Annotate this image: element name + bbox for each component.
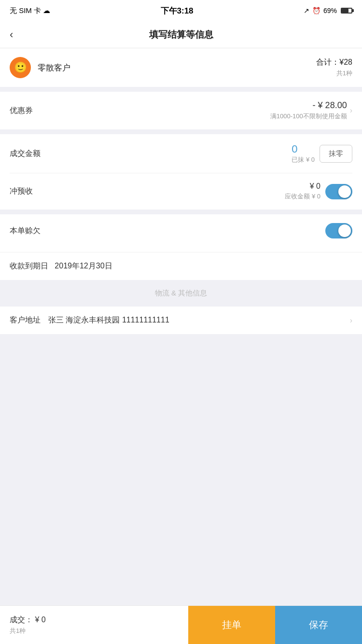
coupon-label: 优惠券 — [10, 106, 33, 116]
alarm-icon: ⏰ — [312, 7, 320, 14]
address-label: 客户地址 — [10, 315, 41, 325]
save-button[interactable]: 保存 — [275, 606, 362, 644]
coupon-desc: 满1000-100不限制使用金额 — [270, 112, 347, 121]
back-button[interactable]: ‹ — [10, 28, 13, 41]
address-value: 张三 海淀永丰科技园 11111111111 — [48, 315, 347, 325]
debt-toggle[interactable] — [325, 223, 352, 238]
due-date-row: 收款到期日 2019年12月30日 — [0, 252, 362, 280]
bottom-summary: 成交： ¥ 0 共1种 — [0, 615, 188, 635]
prepay-row: 冲预收 ¥ 0 应收金额 ¥ 0 — [10, 173, 352, 210]
location-icon: ↗ — [304, 7, 309, 14]
due-date-value: 2019年12月30日 — [55, 262, 112, 270]
transaction-section: 成交金额 0 已抹 ¥ 0 抹零 冲预收 ¥ 0 应收金额 ¥ 0 — [0, 134, 362, 210]
battery-icon — [341, 8, 352, 14]
prepay-toggle[interactable] — [325, 184, 352, 199]
main-content: 🙂 零散客户 合计：¥28 共1种 优惠券 - ¥ 28.00 满1000-10… — [0, 48, 362, 406]
divider-section: 物流 & 其他信息 — [0, 280, 362, 307]
debt-label: 本单赊欠 — [10, 226, 41, 236]
coupon-right: - ¥ 28.00 满1000-100不限制使用金额 — [270, 100, 347, 121]
coupon-amount: - ¥ 28.00 — [270, 100, 347, 111]
bottom-bar: 成交： ¥ 0 共1种 挂单 保存 — [0, 605, 362, 644]
status-bar: 无 SIM 卡 ☁ 下午3:18 ↗ ⏰ 69% — [0, 0, 362, 21]
battery-percent: 69% — [323, 7, 337, 14]
total-amount: 合计：¥28 — [316, 57, 352, 68]
deal-row: 成交金额 0 已抹 ¥ 0 抹零 — [10, 134, 352, 173]
nav-bar: ‹ 填写结算等信息 — [0, 21, 362, 48]
prepay-right: ¥ 0 应收金额 ¥ 0 — [285, 182, 352, 201]
page-title: 填写结算等信息 — [149, 28, 213, 41]
status-time: 下午3:18 — [161, 5, 194, 16]
prepay-amount-block: ¥ 0 应收金额 ¥ 0 — [285, 182, 320, 201]
prepay-sub: 应收金额 ¥ 0 — [285, 192, 320, 201]
deal-sub: 已抹 ¥ 0 — [292, 155, 315, 164]
status-right: ↗ ⏰ 69% — [304, 7, 352, 14]
deal-right: 0 已抹 ¥ 0 抹零 — [292, 143, 352, 164]
avatar: 🙂 — [10, 57, 31, 78]
customer-total: 合计：¥28 共1种 — [316, 57, 352, 78]
prepay-label: 冲预收 — [10, 186, 33, 196]
prepay-amount: ¥ 0 — [285, 182, 320, 191]
address-row[interactable]: 客户地址 张三 海淀永丰科技园 11111111111 › — [0, 307, 362, 334]
bottom-count: 共1种 — [10, 627, 179, 635]
debt-section-wrapper: 本单赊欠 收款到期日 2019年12月30日 — [0, 214, 362, 280]
coupon-card[interactable]: 优惠券 - ¥ 28.00 满1000-100不限制使用金额 › — [0, 92, 362, 129]
due-date-label: 收款到期日 — [10, 262, 48, 270]
chevron-right-icon-address: › — [350, 316, 352, 325]
hold-button[interactable]: 挂单 — [188, 606, 275, 644]
customer-row: 🙂 零散客户 合计：¥28 共1种 — [0, 48, 362, 87]
round-zero-button[interactable]: 抹零 — [320, 145, 352, 163]
deal-value: 0 — [292, 143, 315, 155]
customer-info: 🙂 零散客户 — [10, 57, 70, 78]
coupon-row[interactable]: 优惠券 - ¥ 28.00 满1000-100不限制使用金额 › — [0, 92, 362, 129]
chevron-right-icon: › — [350, 106, 352, 115]
bottom-deal-row: 成交： ¥ 0 — [10, 615, 179, 625]
deal-label: 成交金额 — [10, 149, 41, 159]
total-count: 共1种 — [316, 69, 352, 78]
customer-card: 🙂 零散客户 合计：¥28 共1种 — [0, 48, 362, 87]
bottom-deal-label: 成交： — [10, 616, 33, 624]
debt-section: 本单赊欠 — [0, 214, 362, 247]
sim-status: 无 SIM 卡 ☁ — [10, 6, 50, 15]
logistics-divider-label: 物流 & 其他信息 — [155, 289, 207, 297]
deal-value-block: 0 已抹 ¥ 0 — [292, 143, 315, 164]
status-left: 无 SIM 卡 ☁ — [10, 6, 50, 15]
bottom-deal-value: ¥ 0 — [35, 616, 45, 624]
customer-name: 零散客户 — [38, 62, 70, 73]
empty-space — [0, 339, 362, 406]
due-date-text: 收款到期日 2019年12月30日 — [10, 262, 112, 270]
